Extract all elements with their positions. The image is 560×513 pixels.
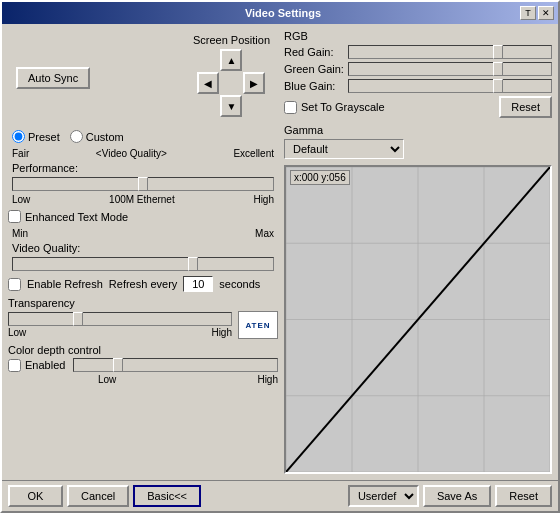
basic-button[interactable]: Basic<<	[133, 485, 201, 507]
enabled-label: Enabled	[25, 359, 65, 371]
perf-net-mid: 100M Ethernet	[109, 194, 175, 205]
custom-label: Custom	[86, 131, 124, 143]
performance-section: Fair <Video Quality> Excellent Performan…	[8, 148, 278, 205]
green-gain-slider[interactable]	[348, 62, 552, 76]
close-button[interactable]: ✕	[538, 6, 554, 20]
bottom-right-buttons: Userdef Save As Reset	[348, 485, 552, 507]
red-gain-slider[interactable]	[348, 45, 552, 59]
green-gain-label: Green Gain:	[284, 63, 344, 75]
trans-high-label: High	[211, 327, 232, 338]
refresh-every-label: Refresh every	[109, 278, 177, 290]
performance-slider[interactable]	[12, 177, 274, 191]
empty-cell-tr	[243, 49, 265, 71]
title-bar: Video Settings T ✕	[2, 2, 558, 24]
enabled-row: Enabled	[8, 358, 278, 372]
enable-refresh-label: Enable Refresh	[27, 278, 103, 290]
gamma-select[interactable]: Default	[284, 139, 404, 159]
green-gain-row: Green Gain:	[284, 62, 552, 76]
empty-cell-br	[243, 95, 265, 117]
color-depth-enabled-checkbox[interactable]	[8, 359, 21, 372]
arrow-center	[220, 72, 242, 94]
rgb-title: RGB	[284, 30, 552, 42]
vq-labels: Min Max	[12, 228, 274, 239]
arrow-up-button[interactable]: ▲	[220, 49, 242, 71]
curve-container: x:000 y:056	[284, 165, 552, 474]
color-depth-slider[interactable]	[73, 358, 278, 372]
rgb-reset-button[interactable]: Reset	[499, 96, 552, 118]
arrow-down-button[interactable]: ▼	[220, 95, 242, 117]
title-bar-buttons: T ✕	[520, 6, 554, 20]
bottom-left-buttons: OK Cancel Basic<<	[8, 485, 201, 507]
arrow-right-button[interactable]: ▶	[243, 72, 265, 94]
window-content: Auto Sync Screen Position ▲ ◀ ▶ ▼	[2, 24, 558, 480]
transparency-label: Transparency	[8, 297, 278, 309]
radio-row: Preset Custom	[8, 130, 278, 143]
ok-button[interactable]: OK	[8, 485, 63, 507]
red-gain-label: Red Gain:	[284, 46, 344, 58]
arrow-grid: ▲ ◀ ▶ ▼	[197, 49, 265, 117]
preset-radio[interactable]	[12, 130, 25, 143]
preset-radio-item: Preset	[12, 130, 60, 143]
arrow-left-button[interactable]: ◀	[197, 72, 219, 94]
perf-net-high: High	[253, 194, 274, 205]
perf-network-labels: Low 100M Ethernet High	[12, 194, 274, 205]
gamma-label: Gamma	[284, 124, 552, 136]
save-as-button[interactable]: Save As	[423, 485, 491, 507]
grayscale-checkbox-row: Set To Grayscale	[284, 101, 385, 114]
empty-cell-bl	[197, 95, 219, 117]
transparency-section: Transparency Low High ATEN	[8, 297, 278, 339]
enhanced-text-label: Enhanced Text Mode	[25, 211, 128, 223]
window-title: Video Settings	[46, 7, 520, 19]
refresh-value-input[interactable]: 10	[183, 276, 213, 292]
video-quality-slider[interactable]	[12, 257, 274, 271]
color-depth-label: Color depth control	[8, 344, 278, 356]
enhanced-text-checkbox[interactable]	[8, 210, 21, 223]
transparency-row: Low High ATEN	[8, 311, 278, 339]
trans-labels: Low High	[8, 327, 232, 338]
left-panel: Auto Sync Screen Position ▲ ◀ ▶ ▼	[8, 30, 278, 474]
perf-high-label: Excellent	[233, 148, 274, 159]
performance-label: Performance:	[12, 162, 274, 174]
set-grayscale-checkbox[interactable]	[284, 101, 297, 114]
help-button[interactable]: T	[520, 6, 536, 20]
cd-high-label: High	[257, 374, 278, 385]
red-gain-row: Red Gain:	[284, 45, 552, 59]
curve-coords-label: x:000 y:056	[290, 170, 350, 185]
custom-radio-item: Custom	[70, 130, 124, 143]
screen-position: Screen Position ▲ ◀ ▶ ▼	[193, 34, 270, 117]
cd-labels: Low High	[8, 374, 278, 385]
set-grayscale-label: Set To Grayscale	[301, 101, 385, 113]
cd-low-label: Low	[98, 374, 116, 385]
rgb-section: RGB Red Gain: Green Gain: Blue Gain: S	[284, 30, 552, 118]
preset-label: Preset	[28, 131, 60, 143]
blue-gain-slider[interactable]	[348, 79, 552, 93]
perf-low-label: Fair	[12, 148, 29, 159]
video-quality-label: Video Quality:	[12, 242, 274, 254]
transparency-slider[interactable]	[8, 312, 232, 326]
cancel-button[interactable]: Cancel	[67, 485, 129, 507]
trans-low-label: Low	[8, 327, 26, 338]
curve-svg	[286, 167, 550, 472]
auto-sync-button[interactable]: Auto Sync	[16, 67, 90, 89]
enable-refresh-checkbox[interactable]	[8, 278, 21, 291]
enhanced-text-row: Enhanced Text Mode	[8, 210, 278, 223]
grayscale-reset-row: Set To Grayscale Reset	[284, 96, 552, 118]
color-depth-section: Color depth control Enabled Low High	[8, 344, 278, 385]
perf-net-low: Low	[12, 194, 30, 205]
perf-quality-labels: Fair <Video Quality> Excellent	[12, 148, 274, 159]
vq-max-label: Max	[255, 228, 274, 239]
video-quality-section: Min Max Video Quality:	[8, 228, 278, 271]
perf-mid-label: <Video Quality>	[96, 148, 167, 159]
refresh-seconds-label: seconds	[219, 278, 260, 290]
screen-position-label: Screen Position	[193, 34, 270, 46]
blue-gain-label: Blue Gain:	[284, 80, 344, 92]
gamma-section: Gamma Default	[284, 124, 552, 159]
userdef-select[interactable]: Userdef	[348, 485, 419, 507]
custom-radio[interactable]	[70, 130, 83, 143]
top-section: Auto Sync Screen Position ▲ ◀ ▶ ▼	[8, 30, 278, 125]
refresh-row: Enable Refresh Refresh every 10 seconds	[8, 276, 278, 292]
vq-min-label: Min	[12, 228, 28, 239]
right-panel: RGB Red Gain: Green Gain: Blue Gain: S	[284, 30, 552, 474]
reset-button[interactable]: Reset	[495, 485, 552, 507]
empty-cell-tl	[197, 49, 219, 71]
